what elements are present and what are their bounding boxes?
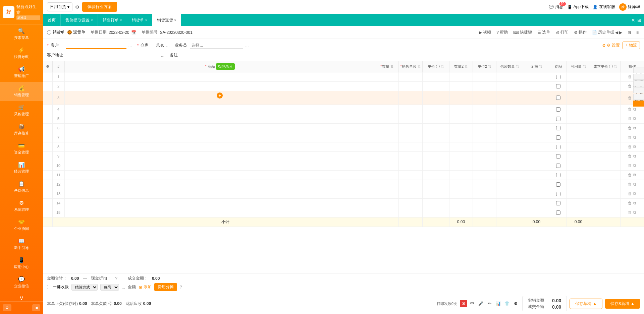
sidebar-item-sales[interactable]: 💰 销售管理 (0, 82, 43, 101)
experience-btn[interactable]: 体验行业方案 (82, 2, 117, 12)
row-price-2[interactable] (423, 81, 449, 91)
row-product-15[interactable] (64, 208, 375, 217)
row-costprice-6[interactable] (590, 123, 621, 133)
row-unit2-1[interactable] (473, 72, 496, 81)
row-qty-7[interactable] (375, 133, 399, 142)
row-pack-4[interactable] (496, 105, 523, 114)
float-attach-btn[interactable]: 附件 (633, 74, 644, 80)
row-costprice-14[interactable] (590, 198, 621, 208)
row-price-10[interactable] (423, 161, 449, 170)
row-price-6[interactable] (423, 123, 449, 133)
row-unit-13[interactable] (399, 189, 423, 198)
row-amount-13[interactable] (523, 189, 550, 198)
row-gift-15[interactable] (550, 208, 567, 217)
row-unit2-8[interactable] (473, 142, 496, 151)
row-pack-8[interactable] (496, 142, 523, 151)
row-unit2-3[interactable] (473, 91, 496, 105)
row-unit2-4[interactable] (473, 105, 496, 114)
row-unit-2[interactable] (399, 81, 423, 91)
row-costprice-5[interactable] (590, 114, 621, 123)
row-pack-2[interactable] (496, 81, 523, 91)
row-unit-10[interactable] (399, 161, 423, 170)
row-pack-6[interactable] (496, 123, 523, 133)
row-unit2-7[interactable] (473, 133, 496, 142)
row-unit-3[interactable] (399, 91, 423, 105)
row-pack-3[interactable] (496, 91, 523, 105)
row-unit-5[interactable] (399, 114, 423, 123)
copy-icon-8[interactable]: ⧉ (633, 144, 636, 149)
row-qty-9[interactable] (375, 151, 399, 161)
user-menu[interactable]: 徐 徐泽华 (619, 3, 640, 11)
tab-home[interactable]: 首页 (43, 14, 61, 26)
row-costprice-4[interactable] (590, 105, 621, 114)
copy-icon-4[interactable]: ⧉ (633, 107, 636, 112)
row-qty2-7[interactable] (449, 133, 473, 142)
row-unit2-5[interactable] (473, 114, 496, 123)
row-gift-3[interactable] (550, 91, 567, 105)
sidebar-item-wechat[interactable]: 💬 企业微信 (0, 273, 43, 292)
radio-return[interactable]: 退货单 (67, 29, 85, 35)
row-avail-2[interactable] (567, 81, 590, 91)
row-amount-8[interactable] (523, 142, 550, 151)
row-amount-7[interactable] (523, 133, 550, 142)
add-btn[interactable]: ⊕ 添加 (139, 284, 152, 290)
row-product-6[interactable] (64, 123, 375, 133)
bank-select[interactable]: 账号 (100, 284, 119, 291)
delete-icon-3[interactable]: 🗑 (628, 96, 632, 100)
row-gift-4[interactable] (550, 105, 567, 114)
gift-check-1[interactable] (556, 75, 560, 79)
row-product-1[interactable] (64, 72, 375, 81)
row-qty-3[interactable] (375, 91, 399, 105)
customer-input[interactable] (66, 42, 126, 49)
row-amount-12[interactable] (523, 180, 550, 189)
print-btn[interactable]: 🖨 打印 (554, 29, 570, 36)
gift-check-7[interactable] (556, 135, 560, 140)
row-amount-3[interactable] (523, 91, 550, 105)
copy-icon-11[interactable]: ⧉ (633, 173, 636, 177)
row-avail-6[interactable] (567, 123, 590, 133)
settle-select[interactable]: 结算方式 (71, 284, 98, 291)
row-unit-8[interactable] (399, 142, 423, 151)
gift-check-10[interactable] (556, 164, 560, 168)
row-costprice-10[interactable] (590, 161, 621, 170)
gift-check-15[interactable] (556, 210, 560, 215)
tab-sales[interactable]: 销货单 × (127, 14, 152, 26)
row-qty2-1[interactable] (449, 72, 473, 81)
row-qty-6[interactable] (375, 123, 399, 133)
float-history-btn[interactable]: 历史 (633, 87, 644, 93)
expand-tab-btn[interactable]: ⊞ (637, 17, 641, 23)
delete-icon-6[interactable]: 🗑 (628, 126, 632, 130)
row-qty-5[interactable] (375, 114, 399, 123)
copy-icon-9[interactable]: ⧉ (633, 154, 636, 159)
row-amount-6[interactable] (523, 123, 550, 133)
radio-return-input[interactable] (67, 30, 72, 35)
delete-icon-8[interactable]: 🗑 (628, 144, 632, 149)
copy-icon-14[interactable]: ⧉ (633, 201, 636, 205)
ime-shirt-icon[interactable]: 👕 (503, 300, 511, 307)
row-gift-11[interactable] (550, 170, 567, 180)
row-unit2-10[interactable] (473, 161, 496, 170)
row-avail-8[interactable] (567, 142, 590, 151)
row-pack-11[interactable] (496, 170, 523, 180)
ime-mic-icon[interactable]: 🎤 (477, 300, 485, 307)
row-qty2-9[interactable] (449, 151, 473, 161)
row-pack-14[interactable] (496, 198, 523, 208)
row-amount-2[interactable] (523, 81, 550, 91)
row-amount-14[interactable] (523, 198, 550, 208)
save-new-btn[interactable]: 保存&新增 ▲ (605, 299, 640, 309)
online-service-btn[interactable]: 👤 在线客服 (593, 4, 615, 10)
row-price-5[interactable] (423, 114, 449, 123)
tab-sales-order-close[interactable]: × (120, 18, 122, 22)
row-avail-12[interactable] (567, 180, 590, 189)
row-amount-4[interactable] (523, 105, 550, 114)
row-qty-4[interactable] (375, 105, 399, 114)
row-pack-7[interactable] (496, 133, 523, 142)
delete-icon-13[interactable]: 🗑 (628, 191, 632, 196)
row-costprice-8[interactable] (590, 142, 621, 151)
row-costprice-7[interactable] (590, 133, 621, 142)
gift-check-6[interactable] (556, 126, 560, 130)
row-qty2-8[interactable] (449, 142, 473, 151)
row-pack-9[interactable] (496, 151, 523, 161)
row-product-4[interactable] (64, 105, 375, 114)
gift-check-5[interactable] (556, 117, 560, 121)
